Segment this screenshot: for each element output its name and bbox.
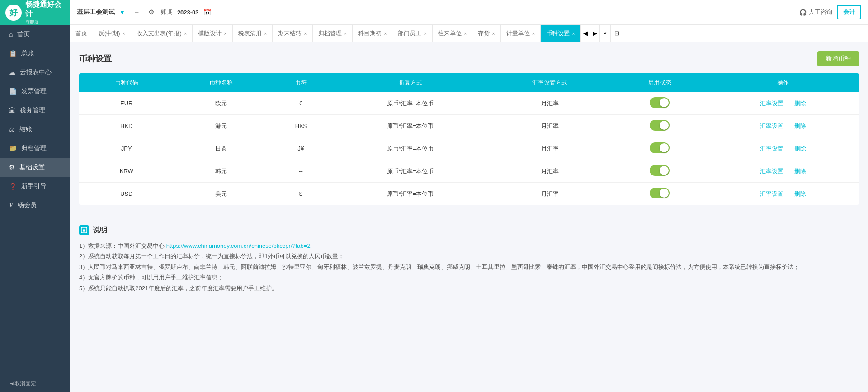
cell-status [612, 160, 707, 183]
tab-period-end[interactable]: 期末结转 × [273, 25, 312, 42]
tab-close-icon[interactable]: × [572, 31, 575, 36]
sidebar-item-archive[interactable]: 📁 归档管理 [0, 139, 70, 158]
cell-code: KRW [79, 160, 174, 183]
rate-setting-link[interactable]: 汇率设置 [760, 190, 783, 197]
tab-close-icon[interactable]: × [492, 31, 495, 36]
app-name: 畅捷通好会计 [25, 0, 65, 19]
tab-close-icon[interactable]: × [464, 31, 467, 36]
sidebar-item-label: 税务管理 [20, 106, 45, 114]
delete-link[interactable]: 删除 [794, 123, 806, 129]
sidebar-item-label: 结账 [19, 125, 32, 133]
sidebar-item-vip[interactable]: V 畅会员 [0, 196, 70, 215]
sidebar-item-guide[interactable]: ❓ 新手引导 [0, 177, 70, 196]
tab-mid[interactable]: 反(中期) × [93, 25, 131, 42]
delete-link[interactable]: 删除 [794, 145, 806, 152]
delete-link[interactable]: 删除 [794, 168, 806, 175]
rate-setting-link[interactable]: 汇率设置 [760, 145, 783, 152]
cell-rate-type: 月汇率 [487, 160, 612, 183]
headset-icon: 🎧 [799, 9, 807, 16]
tabs-close-all[interactable]: × [600, 25, 611, 42]
tab-currency[interactable]: 币种设置 × [541, 25, 580, 42]
tab-customer[interactable]: 往来单位 × [433, 25, 472, 42]
tab-close-icon[interactable]: × [264, 31, 267, 36]
calendar-icon[interactable]: 📅 [203, 9, 211, 16]
delete-link[interactable]: 删除 [794, 100, 806, 107]
cell-conversion: 原币*汇率=本位币 [333, 183, 487, 205]
tab-close-icon[interactable]: × [344, 31, 347, 36]
sidebar-item-settle[interactable]: ⚖ 结账 [0, 120, 70, 139]
page-title: 币种设置 [79, 53, 112, 64]
add-tab-icon[interactable]: ＋ [130, 8, 144, 17]
company-name: 基层工会测试 [77, 8, 115, 16]
rate-setting-link[interactable]: 汇率设置 [760, 100, 783, 107]
sidebar-item-tax[interactable]: 🏛 税务管理 [0, 101, 70, 120]
tab-close-icon[interactable]: × [532, 31, 535, 36]
tab-tax-table[interactable]: 税表清册 × [233, 25, 273, 42]
period-value: 2023-03 [177, 9, 199, 16]
toggle-switch[interactable] [650, 97, 670, 108]
currency-table: 币种代码 币种名称 币符 折算方式 汇率设置方式 启用状态 操作 EUR 欧元 … [79, 73, 859, 205]
tab-subject[interactable]: 科目期初 × [353, 25, 392, 42]
toggle-switch[interactable] [650, 165, 670, 176]
tab-archive[interactable]: 归档管理 × [313, 25, 353, 42]
tab-home[interactable]: 首页 [70, 25, 93, 42]
content-area: 币种设置 新增币种 币种代码 币种名称 币符 折算方式 汇率设置方式 启用状态 … [70, 42, 868, 392]
tabs-prev-nav[interactable]: ◀ [581, 25, 590, 42]
toggle-switch[interactable] [650, 120, 670, 131]
delete-link[interactable]: 删除 [794, 190, 806, 197]
tab-close-icon[interactable]: × [184, 31, 187, 36]
sidebar-item-home[interactable]: ⌂ 首页 [0, 25, 70, 44]
tab-close-icon[interactable]: × [304, 31, 307, 36]
account-button[interactable]: 会计 [837, 5, 861, 19]
sidebar-item-ledger[interactable]: 📋 总账 [0, 44, 70, 63]
tab-close-icon[interactable]: × [123, 31, 125, 36]
rate-setting-link[interactable]: 汇率设置 [760, 123, 783, 129]
tab-template[interactable]: 模版设计 × [193, 25, 232, 42]
cell-actions: 汇率设置 删除 [707, 160, 859, 183]
company-dropdown-icon[interactable]: ▼ [119, 9, 125, 16]
table-row: KRW 韩元 -- 原币*汇率=本位币 月汇率 汇率设置 删除 [79, 160, 859, 183]
th-code: 币种代码 [79, 73, 174, 92]
tabs-expand[interactable]: ⊡ [611, 25, 623, 42]
sidebar-item-label: 基础设置 [19, 163, 45, 171]
topbar: 基层工会测试 ▼ ＋ ⚙ 账期 2023-03 📅 🎧 人工咨询 会计 [70, 0, 868, 25]
th-symbol: 币符 [269, 73, 333, 92]
toggle-switch[interactable] [650, 142, 670, 153]
cell-symbol: -- [269, 160, 333, 183]
note-item-1: 1）数据来源：中国外汇交易中心 https://www.chinamoney.c… [79, 241, 859, 251]
vip-icon: V [9, 202, 13, 209]
cell-conversion: 原币*汇率=本位币 [333, 92, 487, 115]
th-status: 启用状态 [612, 73, 707, 92]
cell-conversion: 原币*汇率=本位币 [333, 137, 487, 160]
notes-icon [79, 225, 89, 235]
sidebar-item-invoice[interactable]: 📄 发票管理 [0, 82, 70, 101]
tabs-next-nav[interactable]: ▶ [590, 25, 600, 42]
ledger-icon: 📋 [9, 50, 17, 57]
service-button[interactable]: 🎧 人工咨询 [799, 8, 832, 16]
toggle-switch[interactable] [650, 188, 670, 198]
tab-close-icon[interactable]: × [424, 31, 426, 36]
sidebar-pin-toggle[interactable]: ◄取消固定 [0, 375, 70, 392]
cell-rate-type: 月汇率 [487, 115, 612, 137]
tab-close-icon[interactable]: × [384, 31, 387, 36]
note-item-2: 2）系统自动获取每月第一个工作日的汇率标价，统一为直接标价法，即1外币可以兑换的… [79, 251, 859, 261]
tab-inventory[interactable]: 存货 × [472, 25, 500, 42]
cell-rate-type: 月汇率 [487, 183, 612, 205]
sidebar-item-label: 首页 [17, 30, 30, 38]
cell-rate-type: 月汇率 [487, 137, 612, 160]
gear-icon[interactable]: ⚙ [148, 8, 154, 16]
cell-rate-type: 月汇率 [487, 92, 612, 115]
tab-annual[interactable]: 收入支出表(年报) × [131, 25, 193, 42]
tab-dept[interactable]: 部门员工 × [392, 25, 432, 42]
sidebar-item-report[interactable]: ☁ 云报表中心 [0, 63, 70, 82]
th-action: 操作 [707, 73, 859, 92]
cell-name: 韩元 [174, 160, 268, 183]
notes-link[interactable]: https://www.chinamoney.com.cn/chinese/bk… [166, 242, 311, 249]
new-currency-button[interactable]: 新增币种 [817, 51, 859, 66]
tab-unit[interactable]: 计量单位 × [501, 25, 541, 42]
sidebar-item-settings[interactable]: ⚙ 基础设置 [0, 158, 70, 177]
tab-close-icon[interactable]: × [224, 31, 226, 36]
cell-code: HKD [79, 115, 174, 137]
sidebar-item-label: 归档管理 [21, 144, 47, 152]
rate-setting-link[interactable]: 汇率设置 [760, 168, 783, 175]
